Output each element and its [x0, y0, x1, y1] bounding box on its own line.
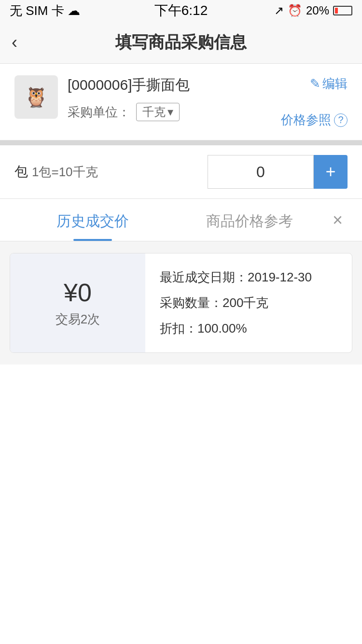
white-area [0, 364, 362, 644]
price-card-left: ¥0 交易2次 [10, 253, 145, 352]
quantity-label: 包 1包=10千克 [14, 163, 98, 181]
gray-divider [0, 140, 362, 145]
status-time: 下午6:12 [154, 1, 208, 20]
price-detail-date: 最近成交日期：2019-12-30 [160, 268, 337, 287]
product-top: 🦉 [0000006]手撕面包 采购单位： 千克 ▾ ✎ 编辑 价格参照 [14, 75, 348, 128]
battery-percent: 20% [306, 4, 329, 17]
edit-button[interactable]: ✎ 编辑 [310, 75, 348, 92]
date-value: 2019-12-30 [248, 270, 312, 284]
discount-value: 100.00% [197, 321, 247, 336]
status-left: 无 SIM 卡 ☁ [10, 2, 80, 19]
help-icon: ? [334, 113, 348, 127]
page-title: 填写商品采购信息 [115, 31, 247, 54]
product-logo-icon: 🦉 [24, 86, 48, 109]
price-card-container: ¥0 交易2次 最近成交日期：2019-12-30 采购数量：200千克 折扣：… [0, 241, 362, 364]
tab-history-price[interactable]: 历史成交价 [14, 199, 171, 241]
alarm-icon: ⏰ [288, 4, 302, 17]
back-button[interactable]: ‹ [12, 32, 17, 53]
price-reference-button[interactable]: 价格参照 ? [281, 112, 348, 128]
unit-label: 采购单位： [68, 104, 130, 121]
edit-icon: ✎ [310, 76, 320, 91]
unit-value: 千克 [142, 104, 166, 120]
sim-label: 无 SIM 卡 ☁ [10, 2, 80, 19]
quantity-input[interactable]: 0 [208, 155, 314, 189]
tab-product-price-ref[interactable]: 商品价格参考 [171, 199, 327, 241]
tab-close-button[interactable]: × [328, 210, 348, 230]
price-detail-qty: 采购数量：200千克 [160, 294, 337, 312]
price-amount: ¥0 [64, 278, 92, 307]
product-left: 🦉 [0000006]手撕面包 采购单位： 千克 ▾ [14, 75, 190, 121]
product-image: 🦉 [14, 75, 58, 119]
product-name: [0000006]手撕面包 [68, 75, 190, 95]
tab-bar: 历史成交价 商品价格参考 × [0, 199, 362, 241]
unit-badge[interactable]: 千克 ▾ [136, 103, 180, 121]
status-right: ↗ ⏰ 20% [274, 4, 352, 17]
price-value: 0 [78, 279, 92, 307]
price-detail-discount: 折扣：100.00% [160, 319, 337, 338]
product-right: ✎ 编辑 价格参照 ? [281, 75, 348, 128]
quantity-row: 包 1包=10千克 0 + [0, 145, 362, 199]
status-bar: 无 SIM 卡 ☁ 下午6:12 ↗ ⏰ 20% [0, 0, 362, 21]
discount-label: 折扣： [160, 321, 197, 336]
battery-icon [333, 6, 352, 15]
price-card-right: 最近成交日期：2019-12-30 采购数量：200千克 折扣：100.00% [145, 253, 352, 352]
location-icon: ↗ [274, 4, 284, 17]
product-card: 🦉 [0000006]手撕面包 采购单位： 千克 ▾ ✎ 编辑 价格参照 [0, 64, 362, 140]
product-info: [0000006]手撕面包 采购单位： 千克 ▾ [68, 75, 190, 121]
unit-dropdown-arrow: ▾ [167, 105, 173, 119]
tab-section: 历史成交价 商品价格参考 × ¥0 交易2次 最近成交日期：2019-12-30… [0, 199, 362, 364]
qty-label: 采购数量： [160, 295, 223, 310]
edit-label: 编辑 [322, 75, 348, 92]
price-ref-label: 价格参照 [281, 112, 331, 128]
quantity-sub-label: 1包=10千克 [32, 164, 98, 181]
qty-value: 200千克 [223, 295, 268, 310]
quantity-plus-button[interactable]: + [314, 155, 348, 189]
quantity-unit-char: 包 [14, 163, 28, 181]
price-times: 交易2次 [56, 311, 100, 328]
product-unit-row: 采购单位： 千克 ▾ [68, 103, 190, 121]
price-card: ¥0 交易2次 最近成交日期：2019-12-30 采购数量：200千克 折扣：… [10, 253, 352, 353]
header: ‹ 填写商品采购信息 [0, 21, 362, 64]
quantity-controls: 0 + [208, 155, 348, 189]
currency-symbol: ¥ [64, 279, 78, 307]
date-label: 最近成交日期： [160, 270, 248, 284]
